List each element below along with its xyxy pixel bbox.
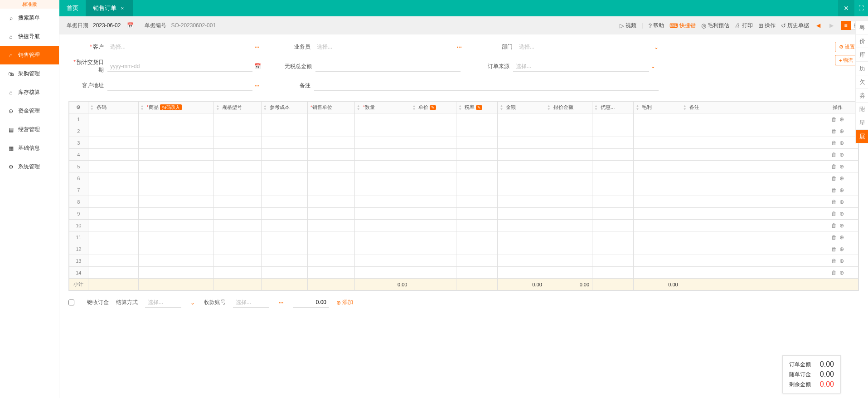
no-tax-input[interactable] (315, 61, 461, 72)
copy-icon[interactable]: ⊕ (839, 163, 844, 170)
cell[interactable] (634, 184, 681, 196)
cell[interactable] (307, 125, 354, 137)
cell[interactable] (592, 220, 634, 231)
cell[interactable] (592, 137, 634, 149)
cell[interactable] (634, 149, 681, 161)
table-row[interactable]: 9🗑⊕ (69, 208, 858, 220)
cell[interactable] (634, 125, 681, 137)
cell[interactable] (354, 220, 410, 231)
cell[interactable] (498, 196, 545, 208)
delete-icon[interactable]: 🗑 (831, 222, 837, 229)
cell[interactable] (545, 267, 592, 279)
table-row[interactable]: 4🗑⊕ (69, 149, 858, 161)
cell[interactable] (545, 243, 592, 255)
table-row[interactable]: 14🗑⊕ (69, 267, 858, 279)
help-link[interactable]: ?帮助 (649, 22, 664, 29)
cell[interactable] (456, 243, 498, 255)
cell[interactable] (545, 161, 592, 172)
cell[interactable] (456, 255, 498, 267)
sort-icon[interactable]: ▲▼ (357, 104, 360, 111)
cell[interactable] (634, 243, 681, 255)
edit-icon[interactable]: ✎ (476, 105, 482, 110)
cell[interactable] (498, 161, 545, 172)
cell[interactable] (498, 243, 545, 255)
chevron-down-icon[interactable]: ⌄ (652, 44, 660, 50)
close-all-tabs[interactable]: × (838, 0, 854, 16)
cell[interactable] (138, 267, 214, 279)
cell[interactable] (498, 149, 545, 161)
cell[interactable] (634, 137, 681, 149)
cell[interactable] (681, 196, 817, 208)
cell[interactable] (592, 231, 634, 243)
delete-icon[interactable]: 🗑 (831, 270, 837, 276)
delete-icon[interactable]: 🗑 (831, 187, 837, 193)
cell[interactable] (88, 243, 138, 255)
sort-icon[interactable]: ▲▼ (90, 104, 94, 111)
cell[interactable] (261, 161, 307, 172)
cell[interactable] (545, 172, 592, 184)
cell[interactable] (592, 125, 634, 137)
cell[interactable] (138, 220, 214, 231)
cell[interactable] (545, 184, 592, 196)
cell[interactable] (456, 137, 498, 149)
cell[interactable] (456, 172, 498, 184)
cell[interactable] (681, 172, 817, 184)
cell[interactable] (214, 137, 261, 149)
sort-icon[interactable]: ▲▼ (499, 104, 503, 111)
table-row[interactable]: 8🗑⊕ (69, 196, 858, 208)
table-row[interactable]: 13🗑⊕ (69, 255, 858, 267)
sidebar-item-5[interactable]: ⊙资金管理 (0, 102, 59, 120)
remark-input[interactable] (314, 80, 659, 91)
cell[interactable] (214, 184, 261, 196)
cell[interactable] (634, 196, 681, 208)
cell[interactable] (307, 231, 354, 243)
cell[interactable] (410, 113, 456, 125)
table-row[interactable]: 2🗑⊕ (69, 125, 858, 137)
cell[interactable] (88, 113, 138, 125)
copy-icon[interactable]: ⊕ (839, 246, 844, 252)
cell[interactable] (592, 113, 634, 125)
delete-icon[interactable]: 🗑 (831, 246, 837, 252)
sidebar-item-0[interactable]: ⌕搜索菜单 (0, 9, 59, 27)
cell[interactable] (138, 184, 214, 196)
cell[interactable] (261, 137, 307, 149)
delete-icon[interactable]: 🗑 (831, 116, 837, 123)
cell[interactable] (498, 137, 545, 149)
cell[interactable] (261, 243, 307, 255)
table-row[interactable]: 6🗑⊕ (69, 172, 858, 184)
table-row[interactable]: 5🗑⊕ (69, 161, 858, 172)
rail-item-0[interactable]: 粤 (856, 21, 868, 34)
cell[interactable] (138, 125, 214, 137)
cell[interactable] (214, 113, 261, 125)
sidebar-item-6[interactable]: ▤经营管理 (0, 120, 59, 139)
cell[interactable] (410, 149, 456, 161)
cell[interactable] (138, 137, 214, 149)
rail-item-5[interactable]: 劵 (856, 89, 868, 103)
cell[interactable] (681, 220, 817, 231)
cell[interactable] (498, 267, 545, 279)
cell[interactable] (410, 125, 456, 137)
cell[interactable] (592, 267, 634, 279)
cell[interactable] (307, 220, 354, 231)
cell[interactable] (307, 267, 354, 279)
history-link[interactable]: ↺历史单据 (781, 22, 809, 29)
cell[interactable] (354, 149, 410, 161)
view-list-button[interactable]: ≡ (841, 21, 851, 30)
copy-icon[interactable]: ⊕ (839, 222, 844, 229)
salesman-input[interactable] (314, 42, 455, 52)
cell[interactable] (214, 267, 261, 279)
rail-item-3[interactable]: 历 (856, 62, 868, 75)
account-input[interactable] (233, 297, 269, 308)
cell[interactable] (681, 255, 817, 267)
cell[interactable] (498, 125, 545, 137)
cell[interactable] (354, 184, 410, 196)
rail-item-8[interactable]: 展 (856, 130, 868, 143)
cell[interactable] (261, 220, 307, 231)
cell[interactable] (138, 113, 214, 125)
cell[interactable] (354, 172, 410, 184)
cell[interactable] (456, 220, 498, 231)
cell[interactable] (307, 172, 354, 184)
cell[interactable] (214, 149, 261, 161)
cell[interactable] (681, 125, 817, 137)
cell[interactable] (634, 172, 681, 184)
